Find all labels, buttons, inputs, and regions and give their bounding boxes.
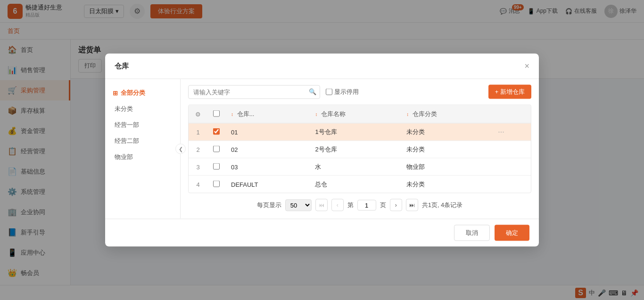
show-disabled-checkbox[interactable] bbox=[326, 89, 332, 95]
all-category-label: 全部分类 bbox=[121, 89, 145, 97]
page-word: 第 bbox=[347, 201, 354, 209]
search-bar: 🔍 显示停用 + 新增仓库 bbox=[188, 85, 531, 99]
next-page-button[interactable]: › bbox=[390, 199, 402, 211]
last-page-button[interactable]: ⏭ bbox=[406, 199, 418, 211]
row-code: 03 bbox=[225, 158, 309, 175]
table-panel: 🔍 显示停用 + 新增仓库 ⚙ bbox=[181, 79, 539, 219]
row-actions[interactable] bbox=[492, 175, 531, 193]
dialog-title: 仓库 bbox=[115, 62, 129, 71]
per-page-select[interactable]: 50 20 100 bbox=[285, 199, 312, 211]
table-header-row: ⚙ ↕ 仓库... ↕ 仓库名称 bbox=[189, 105, 531, 124]
row-category: 未分类 bbox=[401, 175, 492, 193]
search-icon[interactable]: 🔍 bbox=[309, 88, 316, 95]
confirm-button[interactable]: 确定 bbox=[495, 225, 529, 241]
row-name: 水 bbox=[309, 158, 401, 175]
category-label-2: 经营二部 bbox=[115, 137, 139, 144]
row-checkbox-cell[interactable] bbox=[207, 123, 225, 141]
row-code: DEFAULT bbox=[225, 175, 309, 193]
pagination: 每页显示 50 20 100 ⏮ ‹ 第 页 › ⏭ 共1页, 4条记录 bbox=[188, 193, 531, 213]
row-actions[interactable] bbox=[492, 141, 531, 158]
all-category-item[interactable]: ⊞ 全部分类 bbox=[105, 85, 180, 101]
select-all-checkbox[interactable] bbox=[213, 110, 220, 117]
dialog-body: ⊞ 全部分类 未分类 经营一部 经营二部 物业部 ❮ 🔍 bbox=[105, 79, 539, 219]
prev-page-button[interactable]: ‹ bbox=[331, 199, 344, 211]
table-row[interactable]: 1 01 1号仓库 未分类 ··· bbox=[189, 123, 531, 141]
sort-icon-name: ↕ bbox=[315, 112, 317, 117]
sort-icon-code: ↕ bbox=[231, 112, 233, 117]
per-page-label: 每页显示 bbox=[257, 201, 281, 209]
category-item-1[interactable]: 经营一部 bbox=[105, 117, 180, 133]
row-checkbox[interactable] bbox=[213, 163, 220, 169]
row-index: 4 bbox=[189, 175, 207, 193]
row-checkbox-cell[interactable] bbox=[207, 175, 225, 193]
col-actions-header bbox=[492, 105, 531, 124]
row-checkbox-cell[interactable] bbox=[207, 158, 225, 175]
col-name-header: ↕ 仓库名称 bbox=[309, 105, 401, 124]
sort-icon-category: ↕ bbox=[406, 112, 409, 117]
row-index: 2 bbox=[189, 141, 207, 158]
row-actions[interactable]: ··· bbox=[492, 123, 531, 141]
row-actions[interactable] bbox=[492, 158, 531, 175]
warehouse-table-wrap: ⚙ ↕ 仓库... ↕ 仓库名称 bbox=[188, 105, 531, 193]
row-checkbox[interactable] bbox=[213, 180, 220, 187]
row-checkbox-cell[interactable] bbox=[207, 141, 225, 158]
search-input[interactable] bbox=[188, 85, 320, 99]
dialog-close-button[interactable]: × bbox=[524, 61, 529, 71]
category-label-0: 未分类 bbox=[115, 105, 133, 112]
warehouse-table: ⚙ ↕ 仓库... ↕ 仓库名称 bbox=[189, 105, 531, 193]
total-label: 共1页, 4条记录 bbox=[422, 201, 463, 209]
row-category: 物业部 bbox=[401, 158, 492, 175]
page-number-input[interactable] bbox=[357, 200, 376, 210]
table-body: 1 01 1号仓库 未分类 ··· 2 02 2号仓库 未分类 3 03 水 物… bbox=[189, 123, 531, 193]
col-checkbox-header[interactable] bbox=[207, 105, 225, 124]
search-input-wrap: 🔍 bbox=[188, 85, 320, 99]
table-row[interactable]: 3 03 水 物业部 bbox=[189, 158, 531, 175]
settings-col-icon: ⚙ bbox=[195, 110, 201, 117]
row-category: 未分类 bbox=[401, 123, 492, 141]
add-warehouse-button[interactable]: + 新增仓库 bbox=[488, 85, 531, 99]
warehouse-dialog: 仓库 × ⊞ 全部分类 未分类 经营一部 经营二部 物业部 ❮ bbox=[105, 54, 539, 247]
collapse-panel-button[interactable]: ❮ bbox=[175, 144, 186, 154]
dialog-footer: 取消 确定 bbox=[105, 219, 539, 247]
row-checkbox[interactable] bbox=[213, 145, 220, 152]
dialog-header: 仓库 × bbox=[105, 54, 539, 79]
row-name: 2号仓库 bbox=[309, 141, 401, 158]
row-code: 02 bbox=[225, 141, 309, 158]
row-name: 1号仓库 bbox=[309, 123, 401, 141]
table-row[interactable]: 2 02 2号仓库 未分类 bbox=[189, 141, 531, 158]
col-category-header: ↕ 仓库分类 bbox=[401, 105, 492, 124]
row-index: 3 bbox=[189, 158, 207, 175]
row-code: 01 bbox=[225, 123, 309, 141]
category-label-3: 物业部 bbox=[115, 153, 133, 160]
category-item-0[interactable]: 未分类 bbox=[105, 101, 180, 117]
grid-icon: ⊞ bbox=[113, 89, 118, 96]
category-item-3[interactable]: 物业部 bbox=[105, 149, 180, 165]
category-panel: ⊞ 全部分类 未分类 经营一部 经营二部 物业部 ❮ bbox=[105, 79, 181, 219]
page-unit-label: 页 bbox=[380, 201, 386, 209]
first-page-button[interactable]: ⏮ bbox=[315, 199, 328, 211]
table-row[interactable]: 4 DEFAULT 总仓 未分类 bbox=[189, 175, 531, 193]
category-label-1: 经营一部 bbox=[115, 121, 139, 128]
row-more-button[interactable]: ··· bbox=[498, 128, 504, 136]
row-index: 1 bbox=[189, 123, 207, 141]
col-code-header: ↕ 仓库... bbox=[225, 105, 309, 124]
category-item-2[interactable]: 经营二部 bbox=[105, 133, 180, 149]
row-name: 总仓 bbox=[309, 175, 401, 193]
row-checkbox[interactable] bbox=[213, 128, 220, 134]
cancel-button[interactable]: 取消 bbox=[454, 225, 490, 241]
col-settings[interactable]: ⚙ bbox=[189, 105, 207, 124]
row-category: 未分类 bbox=[401, 141, 492, 158]
show-disabled-label[interactable]: 显示停用 bbox=[326, 88, 359, 96]
